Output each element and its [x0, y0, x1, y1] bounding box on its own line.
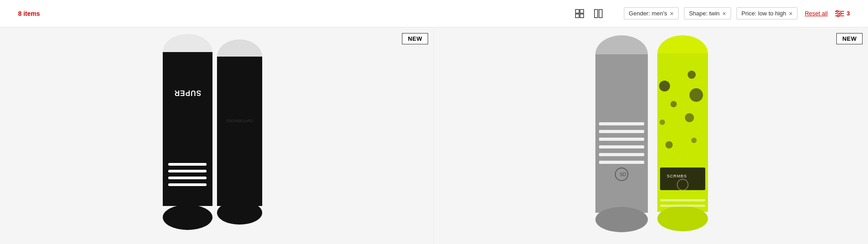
svg-rect-30 [599, 145, 644, 148]
svg-point-44 [665, 141, 673, 148]
list-icon [593, 8, 604, 19]
svg-rect-25 [595, 54, 648, 213]
svg-rect-13 [163, 52, 212, 206]
product-image-svg-1: SUPER SNOWBOARD [104, 32, 330, 240]
svg-point-42 [660, 120, 665, 125]
svg-point-10 [840, 13, 841, 14]
filter-gender-close[interactable]: × [670, 10, 674, 17]
filter-count-area: 3 [835, 10, 850, 17]
svg-rect-4 [594, 10, 598, 18]
svg-point-9 [836, 10, 838, 12]
svg-rect-5 [599, 10, 602, 18]
filter-price-chip[interactable]: Price: low to high × [736, 7, 797, 19]
product-image-svg-2: SD SCRMBS [533, 32, 769, 240]
svg-point-22 [217, 201, 262, 225]
product-card-2[interactable]: NEW SD [434, 28, 868, 244]
svg-rect-2 [576, 14, 579, 18]
filter-price-label: Price: low to high [741, 10, 786, 17]
svg-rect-17 [168, 177, 207, 179]
svg-point-11 [837, 15, 839, 17]
toolbar: 8 items Gender: men's × Shape: twin × [0, 0, 868, 27]
svg-rect-28 [599, 130, 644, 133]
items-count: 8 items [18, 10, 40, 17]
items-number: 8 [18, 10, 22, 17]
svg-rect-16 [168, 170, 207, 172]
svg-text:SUPER: SUPER [174, 89, 201, 97]
filter-active-count: 3 [847, 10, 850, 17]
svg-rect-32 [599, 161, 644, 164]
svg-text:SNOWBOARD: SNOWBOARD [226, 119, 254, 123]
svg-rect-18 [168, 183, 207, 186]
svg-point-40 [670, 101, 677, 107]
svg-rect-15 [168, 163, 207, 166]
new-badge-1: NEW [402, 33, 428, 44]
svg-point-41 [689, 88, 703, 102]
product-card-1[interactable]: NEW SUPER SNOWBOARD [0, 28, 434, 244]
product-image-2: SD SCRMBS [434, 28, 868, 244]
svg-text:SD: SD [620, 172, 626, 177]
view-toggle [572, 6, 606, 21]
new-badge-2: NEW [836, 33, 863, 44]
svg-point-43 [685, 113, 694, 122]
svg-point-39 [688, 71, 696, 79]
svg-rect-27 [599, 122, 644, 125]
filter-gender-chip[interactable]: Gender: men's × [624, 7, 679, 19]
filter-sliders-icon [835, 10, 844, 17]
svg-point-45 [691, 138, 697, 143]
items-label: items [24, 10, 40, 17]
filter-shape-label: Shape: twin [689, 10, 720, 17]
svg-rect-1 [580, 10, 584, 13]
svg-rect-0 [576, 10, 579, 13]
list-view-button[interactable] [591, 6, 606, 21]
svg-rect-50 [660, 205, 705, 207]
filter-shape-chip[interactable]: Shape: twin × [684, 7, 731, 19]
filter-shape-close[interactable]: × [722, 10, 726, 17]
svg-text:SCRMBS: SCRMBS [667, 174, 687, 178]
filter-price-close[interactable]: × [789, 10, 793, 17]
svg-rect-3 [580, 14, 584, 18]
svg-rect-31 [599, 153, 644, 156]
filters-area: Gender: men's × Shape: twin × Price: low… [624, 7, 850, 19]
svg-point-14 [163, 205, 212, 230]
filter-gender-label: Gender: men's [629, 10, 667, 17]
reset-all-button[interactable]: Reset all [803, 10, 830, 17]
svg-rect-29 [599, 138, 644, 141]
svg-point-37 [657, 206, 708, 231]
svg-rect-49 [660, 199, 705, 201]
svg-rect-21 [217, 57, 262, 206]
grid-view-button[interactable] [572, 6, 587, 21]
svg-point-38 [659, 81, 670, 91]
product-grid: NEW SUPER SNOWBOARD [0, 27, 868, 244]
svg-rect-46 [660, 167, 705, 190]
svg-point-26 [595, 207, 648, 232]
grid-icon [574, 8, 585, 19]
product-image-1: SUPER SNOWBOARD [0, 28, 434, 244]
